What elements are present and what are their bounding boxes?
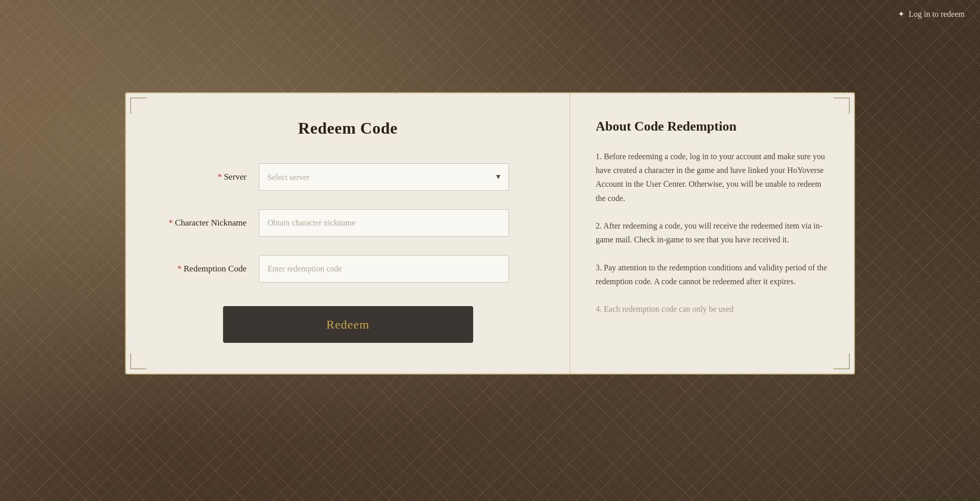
login-to-redeem-button[interactable]: ✦ Log in to redeem xyxy=(883,0,980,28)
login-label: Log in to redeem xyxy=(909,10,965,19)
nickname-label: *Character Nickname xyxy=(157,217,259,229)
corner-decoration-tl xyxy=(130,97,146,114)
modal-card: Redeem Code *Server Select server ▼ *Cha… xyxy=(125,92,855,374)
star-icon: ✦ xyxy=(898,9,904,19)
redemption-code-form-group: *Redemption Code xyxy=(157,255,539,283)
server-select-wrapper: Select server ▼ xyxy=(259,163,509,191)
left-panel: Redeem Code *Server Select server ▼ *Cha… xyxy=(126,93,570,373)
corner-decoration-br xyxy=(834,353,850,369)
corner-decoration-bl xyxy=(130,353,146,369)
redeem-button[interactable]: Redeem xyxy=(223,306,473,343)
required-star-code: * xyxy=(177,264,182,273)
info-text: 1. Before redeeming a code, log in to yo… xyxy=(596,149,828,316)
nickname-input[interactable] xyxy=(259,209,509,237)
required-star-server: * xyxy=(217,172,222,182)
modal-wrapper: Redeem Code *Server Select server ▼ *Cha… xyxy=(125,92,855,409)
right-panel-title: About Code Redemption xyxy=(596,119,828,134)
corner-decoration-tr xyxy=(834,97,850,114)
right-panel: About Code Redemption 1. Before redeemin… xyxy=(570,93,854,373)
required-star-nickname: * xyxy=(168,218,173,228)
nickname-form-group: *Character Nickname xyxy=(157,209,539,237)
info-point-1: 1. Before redeeming a code, log in to yo… xyxy=(596,149,828,205)
server-select[interactable]: Select server xyxy=(259,163,509,191)
redemption-code-label: *Redemption Code xyxy=(157,263,259,274)
server-form-group: *Server Select server ▼ xyxy=(157,163,539,191)
redemption-code-input[interactable] xyxy=(259,255,509,283)
server-label: *Server xyxy=(157,171,259,183)
info-point-3: 3. Pay attention to the redemption condi… xyxy=(596,261,828,288)
info-point-4: 4. Each redemption code can only be used xyxy=(596,302,828,316)
info-point-2: 2. After redeeming a code, you will rece… xyxy=(596,219,828,246)
page-title: Redeem Code xyxy=(298,119,398,138)
